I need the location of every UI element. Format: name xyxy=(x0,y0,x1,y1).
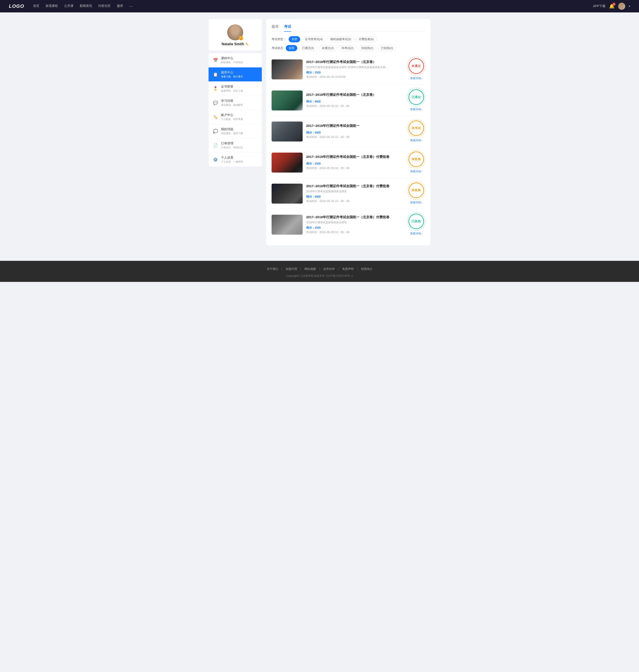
filter-status-row: 考试状态 全部 已通过(2) 未通过(2) 待考试(2) 待批阅(2) 已批阅(… xyxy=(271,45,425,51)
exam-desc-1: 2018年行测考试是最值得多去研究 2018年行测考试是最值得多去研究 2018… xyxy=(306,65,390,69)
sidebar-menu: 📅 课程中心 精彩课程、不容错过 📋 题库中心 海量习题、助力通关 🎖️ 证书荣… xyxy=(208,53,262,166)
nav-link-home[interactable]: 首页 xyxy=(33,4,39,9)
filter-status-pending[interactable]: 待考试(2) xyxy=(339,45,357,51)
notification-bell[interactable]: 🔔 1 xyxy=(609,3,614,9)
exam-title-6: 2017–2018年行测证件考试全国统一（北京卷）付费批卷 xyxy=(306,215,404,219)
filter-status-reviewing[interactable]: 待批阅(2) xyxy=(358,45,376,51)
time-value-2: 2019–05–03 10：09：09 xyxy=(320,105,349,108)
view-detail-5[interactable]: 查看详情 › xyxy=(410,201,422,205)
nav-link-news[interactable]: 新闻资讯 xyxy=(80,4,92,9)
navbar-more[interactable]: ··· xyxy=(129,4,133,9)
tab-bank[interactable]: 题库 xyxy=(271,25,279,32)
table-row: 2017–2018年行测证件考试全国统一（北京卷） 得分：99分 考试时间：20… xyxy=(271,85,425,116)
nav-link-qa[interactable]: 问答社区 xyxy=(98,4,111,9)
sidebar-item-question[interactable]: 📋 题库中心 海量习题、助力通关 xyxy=(208,67,262,82)
avatar[interactable] xyxy=(618,3,625,10)
filter-status-passed[interactable]: 已通过(2) xyxy=(299,45,317,51)
order-icon: 📄 xyxy=(213,143,218,148)
time-value-6: 2019–05–03 10：09：09 xyxy=(320,231,349,234)
app-download-button[interactable]: APP下载 xyxy=(593,4,606,8)
exam-thumb-3 xyxy=(271,122,302,142)
sidebar-item-order[interactable]: 📄 订单管理 订单支出、明明白白 xyxy=(208,139,262,153)
filter-type-random[interactable]: 随机抽题考试(5) xyxy=(327,36,354,42)
time-label-4: 考试时间： xyxy=(306,166,320,170)
course-title: 课程中心 xyxy=(221,56,243,60)
exam-desc-5: 2018年行测考试是最值得多去研究 xyxy=(306,190,390,193)
arrow-right-icon: › xyxy=(421,232,422,235)
arrow-right-icon: › xyxy=(421,77,422,80)
footer-links: 关于我们 加盟代理 网站地图 合作伙伴 免责声明 招贤纳士 xyxy=(4,267,635,271)
score-unit-1: 分 xyxy=(318,71,321,74)
sidebar-item-qa[interactable]: 💬 学习问答 课后重温、疑难解答 xyxy=(208,96,262,110)
score-label-4: 得分： xyxy=(306,162,315,165)
message-sub: 消息通知、及时了解 xyxy=(221,132,243,135)
account-title: 账户中心 xyxy=(221,113,243,117)
arrow-right-icon: › xyxy=(421,201,422,204)
view-detail-1[interactable]: 查看详情 › xyxy=(410,77,422,80)
chevron-down-icon[interactable]: ▾ xyxy=(629,5,630,8)
footer-link-disclaimer[interactable]: 免责声明 xyxy=(339,267,357,271)
score-unit-2: 分 xyxy=(318,100,321,103)
filter-status-failed[interactable]: 未通过(2) xyxy=(319,45,337,51)
main-container: 🏆 Natalie Smith ✏️ 📅 课程中心 精彩课程、不容错过 📋 题库… xyxy=(204,12,435,252)
navbar-logo[interactable]: LOGO xyxy=(9,3,24,9)
exam-time-6: 考试时间：2019–05–03 10：09：09 xyxy=(306,230,404,234)
question-title: 题库中心 xyxy=(221,70,243,75)
exam-desc-6: 2018年行测考试是最值得多去研究 xyxy=(306,221,390,224)
filter-type-all[interactable]: 全部 xyxy=(289,36,300,42)
message-title: 我的消息 xyxy=(221,127,243,131)
view-detail-6[interactable]: 查看详情 › xyxy=(410,232,422,236)
account-text: 账户中心 个人权益、实时掌握 xyxy=(221,113,243,121)
exam-stamp-3: 待考试 xyxy=(408,121,424,136)
sidebar-item-message[interactable]: 💭 我的消息 消息通知、及时了解 xyxy=(208,124,262,139)
filter-status-reviewed[interactable]: 已批阅(2) xyxy=(378,45,396,51)
view-detail-4[interactable]: 查看详情 › xyxy=(410,170,422,173)
filter-status-all[interactable]: 全部 xyxy=(286,45,297,51)
footer-link-agent[interactable]: 加盟代理 xyxy=(282,267,301,271)
view-detail-3[interactable]: 查看详情 › xyxy=(410,139,422,142)
footer-link-partner[interactable]: 合作伙伴 xyxy=(320,267,339,271)
footer-link-about[interactable]: 关于我们 xyxy=(263,267,282,271)
exam-badge-1: 未通过 查看详情 › xyxy=(407,58,425,80)
exam-thumb-2 xyxy=(271,91,302,110)
exam-thumb-6 xyxy=(271,215,302,235)
edit-icon[interactable]: ✏️ xyxy=(245,43,249,46)
sidebar-item-certificate[interactable]: 🎖️ 证书荣誉 收获荣誉、持证上岗 xyxy=(208,82,262,96)
nav-link-open[interactable]: 公开课 xyxy=(64,4,74,9)
sidebar-item-course[interactable]: 📅 课程中心 精彩课程、不容错过 xyxy=(208,53,262,67)
sidebar-item-account[interactable]: 🏷️ 账户中心 个人权益、实时掌握 xyxy=(208,110,262,124)
order-text: 订单管理 订单支出、明明白白 xyxy=(221,142,243,149)
table-row: 2017–2018年行测证件考试全国统一（北京卷）付费批卷 得分：25分 考试时… xyxy=(271,147,425,178)
table-row: 2017–2018年行测证件考试全国统一 得分：99分 考试时间：2019–05… xyxy=(271,116,425,147)
time-value-3: 2019–05–03 10：09：09 xyxy=(320,135,349,139)
table-row: 2017–2018年行测证件考试全国统一（北京卷） 2018年行测考试是最值得多… xyxy=(271,54,425,85)
view-text-4: 查看详情 xyxy=(410,170,421,173)
time-value-1: 2019–05–03 10:09:09 xyxy=(320,76,345,79)
certificate-sub: 收获荣誉、持证上岗 xyxy=(221,89,243,93)
exam-title-5: 2017–2018年行测证件考试全国统一（北京卷）付费批卷 xyxy=(306,184,404,188)
exam-stamp-4: 待批阅 xyxy=(408,151,424,167)
sidebar-item-settings[interactable]: ⚙️ 个人设置 个人信息、一键管理 xyxy=(208,153,262,166)
avatar-badge: 🏆 xyxy=(239,36,243,41)
exam-time-3: 考试时间：2019–05–03 10：09：09 xyxy=(306,135,404,139)
score-value-4: 25 xyxy=(315,162,318,165)
nav-link-discover[interactable]: 发现课程 xyxy=(46,4,58,9)
filter-type-paid[interactable]: 付费批卷(6) xyxy=(356,36,377,42)
score-label-5: 得分： xyxy=(306,195,315,198)
exam-info-4: 2017–2018年行测证件考试全国统一（北京卷）付费批卷 得分：25分 考试时… xyxy=(306,155,404,170)
score-label-2: 得分： xyxy=(306,100,315,103)
qa-sub: 课后重温、疑难解答 xyxy=(221,103,243,107)
footer-link-sitemap[interactable]: 网站地图 xyxy=(301,267,320,271)
footer-link-recruit[interactable]: 招贤纳士 xyxy=(357,267,376,271)
tab-exam[interactable]: 考试 xyxy=(284,25,291,32)
nav-link-bank[interactable]: 题库 xyxy=(117,4,123,9)
view-detail-2[interactable]: 查看详情 › xyxy=(410,108,422,111)
filter-type-certificate[interactable]: 证书类考试(4) xyxy=(302,36,326,42)
username-text: Natalie Smith xyxy=(222,42,244,46)
question-sub: 海量习题、助力通关 xyxy=(221,75,243,78)
exam-score-2: 得分：99分 xyxy=(306,100,404,103)
exam-info-2: 2017–2018年行测证件考试全国统一（北京卷） 得分：99分 考试时间：20… xyxy=(306,93,404,108)
stamp-text-2: 已通过 xyxy=(411,95,421,99)
question-text: 题库中心 海量习题、助力通关 xyxy=(221,70,243,78)
footer-copyright: Copyright© 云朵商学院 版权所有 京ICP备17051340号–1 xyxy=(4,274,635,278)
